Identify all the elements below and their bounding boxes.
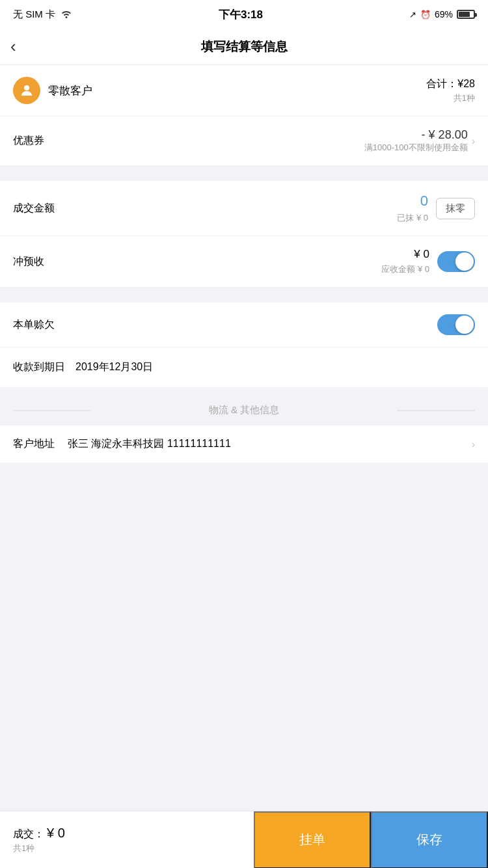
wifi-icon <box>61 9 72 20</box>
coupon-desc: 满1000-100不限制使用金额 <box>364 142 468 154</box>
round-zero-button[interactable]: 抹零 <box>436 198 475 219</box>
bottom-deal-sub: 共1种 <box>13 843 241 854</box>
prepaid-toggle[interactable] <box>437 251 475 272</box>
coupon-label: 优惠券 <box>13 134 44 148</box>
save-button[interactable]: 保存 <box>371 811 488 869</box>
transaction-sub: 已抹 ¥ 0 <box>397 212 428 224</box>
customer-section: 零散客户 合计：¥28 共1种 优惠券 - ¥ 28.00 满1000-100不… <box>0 65 488 165</box>
credit-right <box>437 314 475 335</box>
customer-row: 零散客户 合计：¥28 共1种 <box>0 65 488 116</box>
divider-2 <box>0 295 488 303</box>
prepaid-label: 冲预收 <box>13 255 44 269</box>
coupon-amount: - ¥ 28.00 <box>364 128 468 142</box>
address-section: 客户地址 张三 海淀永丰科技园 11111111111 › <box>0 426 488 463</box>
page-title: 填写结算等信息 <box>201 38 288 55</box>
address-label: 客户地址 <box>13 437 55 451</box>
location-icon: ↗ <box>409 10 416 20</box>
bottom-bar: 成交： ¥ 0 共1种 挂单 保存 <box>0 811 488 868</box>
prepaid-sub: 应收金额 ¥ 0 <box>381 264 429 275</box>
transaction-label: 成交金额 <box>13 202 55 215</box>
total-sub: 共1种 <box>426 92 475 104</box>
alarm-icon: ⏰ <box>420 10 431 20</box>
avatar <box>13 77 40 104</box>
logistics-section-header: 物流 & 其他信息 <box>0 395 488 426</box>
battery-percent: 69% <box>435 9 453 20</box>
chevron-right-icon: › <box>472 135 475 147</box>
content: 零散客户 合计：¥28 共1种 优惠券 - ¥ 28.00 满1000-100不… <box>0 65 488 607</box>
credit-row: 本单赊欠 <box>0 303 488 347</box>
credit-section: 本单赊欠 收款到期日 2019年12月30日 <box>0 303 488 387</box>
svg-point-0 <box>24 85 29 90</box>
back-button[interactable]: ‹ <box>10 36 16 57</box>
total-label: 合计：¥28 <box>426 77 475 91</box>
due-date-value[interactable]: 2019年12月30日 <box>75 360 153 374</box>
carrier-text: 无 SIM 卡 <box>13 8 55 21</box>
battery-icon <box>457 10 475 19</box>
address-row[interactable]: 客户地址 张三 海淀永丰科技园 11111111111 › <box>0 426 488 463</box>
credit-label: 本单赊欠 <box>13 318 55 332</box>
nav-bar: ‹ 填写结算等信息 <box>0 29 488 65</box>
bottom-left: 成交： ¥ 0 共1种 <box>0 826 254 854</box>
bottom-deal-amount: ¥ 0 <box>47 826 65 841</box>
status-right: ↗ ⏰ 69% <box>409 9 475 20</box>
transaction-section: 成交金额 0 已抹 ¥ 0 抹零 冲预收 ¥ 0 应收金额 ¥ 0 <box>0 181 488 287</box>
address-chevron-icon: › <box>472 439 475 450</box>
logistics-label: 物流 & 其他信息 <box>209 404 279 415</box>
transaction-value[interactable]: 0 <box>397 193 428 210</box>
status-left: 无 SIM 卡 <box>13 8 72 21</box>
customer-left: 零散客户 <box>13 77 92 104</box>
customer-right: 合计：¥28 共1种 <box>426 77 475 104</box>
transaction-right: 0 已抹 ¥ 0 抹零 <box>397 193 475 224</box>
coupon-right: - ¥ 28.00 满1000-100不限制使用金额 › <box>364 128 475 154</box>
divider-1 <box>0 173 488 181</box>
credit-toggle[interactable] <box>437 314 475 335</box>
credit-toggle-knob <box>455 316 474 334</box>
due-date-label: 收款到期日 <box>13 360 65 374</box>
prepaid-row: 冲预收 ¥ 0 应收金额 ¥ 0 <box>0 236 488 287</box>
due-date-row: 收款到期日 2019年12月30日 <box>0 347 488 387</box>
status-bar: 无 SIM 卡 下午3:18 ↗ ⏰ 69% <box>0 0 488 29</box>
coupon-row[interactable]: 优惠券 - ¥ 28.00 满1000-100不限制使用金额 › <box>0 116 488 165</box>
status-time: 下午3:18 <box>219 7 263 22</box>
prepaid-amount: ¥ 0 <box>381 248 429 261</box>
customer-name: 零散客户 <box>48 83 92 98</box>
bottom-deal-label: 成交： <box>13 828 44 841</box>
pending-button[interactable]: 挂单 <box>254 811 371 869</box>
toggle-knob <box>455 252 474 271</box>
address-value: 张三 海淀永丰科技园 11111111111 <box>68 437 459 451</box>
empty-space <box>0 470 488 549</box>
transaction-row: 成交金额 0 已抹 ¥ 0 抹零 <box>0 181 488 236</box>
prepaid-right: ¥ 0 应收金额 ¥ 0 <box>381 248 475 275</box>
